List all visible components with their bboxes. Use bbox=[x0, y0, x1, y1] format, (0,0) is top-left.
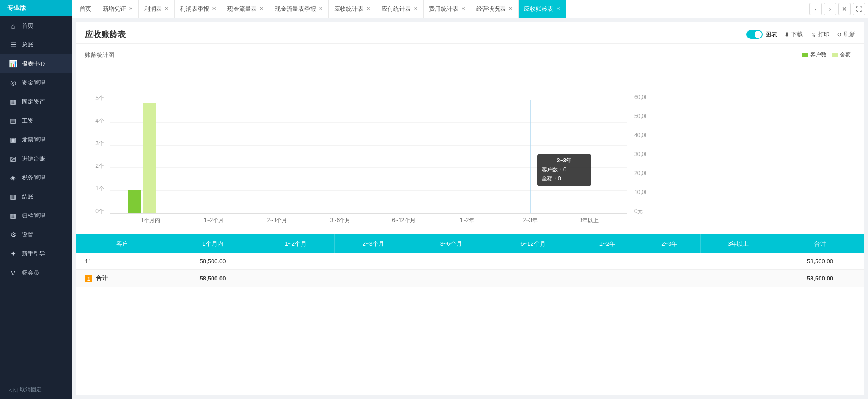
sidebar-label-guide: 新手引导 bbox=[22, 250, 45, 258]
cell-customer: 11 bbox=[76, 253, 169, 270]
home-icon: ⌂ bbox=[9, 22, 17, 30]
refresh-icon: ↻ bbox=[837, 31, 842, 38]
chart-toggle-label: 图表 bbox=[765, 30, 777, 38]
sidebar-item-report[interactable]: 📊 报表中心 bbox=[0, 54, 72, 73]
tab-receivable-stat[interactable]: 应收统计表 ✕ bbox=[329, 0, 376, 18]
svg-text:3~6个月: 3~6个月 bbox=[330, 217, 350, 223]
sidebar-item-guide[interactable]: ✦ 新手引导 bbox=[0, 244, 72, 263]
tab-aging-close[interactable]: ✕ bbox=[556, 6, 560, 12]
tab-business-status[interactable]: 经营状况表 ✕ bbox=[471, 0, 519, 18]
svg-text:3年以上: 3年以上 bbox=[580, 217, 599, 223]
tab-cashflow-quarter[interactable]: 现金流量表季报 ✕ bbox=[269, 0, 329, 18]
sidebar-item-ledger[interactable]: ☰ 总账 bbox=[0, 35, 72, 54]
refresh-label: 刷新 bbox=[844, 30, 855, 38]
sidebar-item-asset[interactable]: ▦ 固定资产 bbox=[0, 92, 72, 111]
sidebar-item-settle[interactable]: ▥ 结账 bbox=[0, 187, 72, 206]
tab-expense-stat-label: 费用统计表 bbox=[429, 5, 458, 13]
total-label: ∑ 合计 bbox=[76, 270, 169, 287]
tab-home[interactable]: 首页 bbox=[74, 0, 97, 18]
total-row: ∑ 合计 58,500.00 58,500.00 bbox=[76, 270, 864, 287]
col-3m: 2~3个月 bbox=[335, 234, 412, 253]
tab-profit-quarter-label: 利润表季报 bbox=[180, 5, 209, 13]
total-1m: 58,500.00 bbox=[169, 270, 257, 287]
sidebar-item-tax[interactable]: ◈ 税务管理 bbox=[0, 168, 72, 187]
settings-icon: ⚙ bbox=[9, 231, 17, 239]
tab-cashflow-close[interactable]: ✕ bbox=[259, 6, 264, 12]
sidebar: 专业版 ⌂ 首页 ☰ 总账 📊 报表中心 ◎ 资金管理 ▦ 固定资产 ▤ 工资 … bbox=[0, 0, 72, 399]
sidebar-label-ledger: 总账 bbox=[22, 41, 33, 49]
chart-legend: 客户数 金额 bbox=[802, 51, 851, 59]
svg-text:4个: 4个 bbox=[95, 118, 104, 124]
download-icon: ⬇ bbox=[784, 31, 789, 38]
chart-svg: 0个 1个 2个 3个 4个 5个 0元 10,000.00元 20,000.0… bbox=[85, 64, 646, 227]
tab-expand-button[interactable]: ⛶ bbox=[853, 3, 865, 15]
table-wrapper: 客户 1个月内 1~2个月 2~3个月 3~6个月 6~12个月 1~2年 2~… bbox=[76, 234, 864, 287]
chart-area: 账龄统计图 客户数 金额 0个 1个 2个 3个 4个 bbox=[76, 44, 864, 234]
svg-text:2个: 2个 bbox=[95, 163, 104, 169]
tab-expense-stat-close[interactable]: ✕ bbox=[461, 6, 465, 12]
legend-amount-dot bbox=[832, 53, 838, 57]
download-label: 下载 bbox=[791, 30, 803, 38]
report-icon: 📊 bbox=[9, 60, 17, 68]
tab-next-button[interactable]: › bbox=[824, 3, 836, 15]
sidebar-item-fund[interactable]: ◎ 资金管理 bbox=[0, 73, 72, 92]
sidebar-item-home[interactable]: ⌂ 首页 bbox=[0, 16, 72, 35]
tab-profit-quarter-close[interactable]: ✕ bbox=[212, 6, 216, 12]
tab-cashflow[interactable]: 现金流量表 ✕ bbox=[222, 0, 269, 18]
svg-text:20,000.00元: 20,000.00元 bbox=[634, 170, 646, 176]
tab-payable-stat-close[interactable]: ✕ bbox=[414, 6, 418, 12]
svg-text:1~2个月: 1~2个月 bbox=[204, 217, 224, 223]
refresh-button[interactable]: ↻ 刷新 bbox=[837, 30, 855, 38]
tab-expense-stat[interactable]: 费用统计表 ✕ bbox=[424, 0, 471, 18]
tab-aging[interactable]: 应收账龄表 ✕ bbox=[519, 0, 566, 18]
svg-text:1个: 1个 bbox=[95, 185, 104, 192]
tab-profit-quarter[interactable]: 利润表季报 ✕ bbox=[175, 0, 222, 18]
chart-title: 账龄统计图 bbox=[85, 51, 855, 59]
app-logo: 专业版 bbox=[0, 0, 72, 16]
tab-receivable-stat-close[interactable]: ✕ bbox=[366, 6, 370, 12]
total-12m bbox=[490, 270, 576, 287]
print-button[interactable]: 🖨 打印 bbox=[810, 30, 830, 38]
tab-payable-stat[interactable]: 应付统计表 ✕ bbox=[376, 0, 424, 18]
sidebar-item-archive[interactable]: ▦ 归档管理 bbox=[0, 206, 72, 225]
tab-voucher[interactable]: 新增凭证 ✕ bbox=[97, 0, 139, 18]
sidebar-item-salary[interactable]: ▤ 工资 bbox=[0, 111, 72, 130]
tab-prev-button[interactable]: ‹ bbox=[809, 3, 822, 15]
total-icon: ∑ bbox=[85, 275, 92, 282]
svg-text:30,000.00元: 30,000.00元 bbox=[634, 151, 646, 157]
sidebar-item-invoice[interactable]: ▣ 发票管理 bbox=[0, 130, 72, 149]
ledger-icon: ☰ bbox=[9, 41, 17, 49]
sidebar-item-purchase[interactable]: ▨ 进销台账 bbox=[0, 149, 72, 168]
pin-label: 取消固定 bbox=[20, 386, 42, 394]
sidebar-label-invoice: 发票管理 bbox=[22, 136, 45, 144]
legend-customer-count: 客户数 bbox=[802, 51, 826, 59]
download-button[interactable]: ⬇ 下载 bbox=[784, 30, 803, 38]
tab-business-status-close[interactable]: ✕ bbox=[509, 6, 513, 12]
tab-voucher-close[interactable]: ✕ bbox=[129, 6, 133, 12]
tab-profit-close[interactable]: ✕ bbox=[165, 6, 169, 12]
svg-text:2~3年: 2~3年 bbox=[523, 217, 538, 223]
cell-2m bbox=[257, 253, 335, 270]
legend-customer-label: 客户数 bbox=[810, 51, 826, 59]
fund-icon: ◎ bbox=[9, 79, 17, 87]
page-title: 应收账龄表 bbox=[85, 29, 746, 40]
col-6m: 3~6个月 bbox=[412, 234, 490, 253]
sidebar-item-settings[interactable]: ⚙ 设置 bbox=[0, 225, 72, 244]
col-customer: 客户 bbox=[76, 234, 169, 253]
sidebar-label-tax: 税务管理 bbox=[22, 174, 45, 182]
tab-profit[interactable]: 利润表 ✕ bbox=[139, 0, 175, 18]
chart-toggle[interactable] bbox=[746, 30, 763, 39]
tab-cashflow-quarter-close[interactable]: ✕ bbox=[319, 6, 323, 12]
member-icon: V bbox=[9, 269, 17, 277]
sidebar-item-member[interactable]: V 畅会员 bbox=[0, 263, 72, 282]
bar-1m-count bbox=[128, 190, 141, 213]
cell-3yplus bbox=[700, 253, 776, 270]
invoice-icon: ▣ bbox=[9, 136, 17, 144]
tab-aging-label: 应收账龄表 bbox=[524, 5, 553, 13]
svg-text:6~12个月: 6~12个月 bbox=[392, 217, 415, 223]
tab-voucher-label: 新增凭证 bbox=[103, 5, 126, 13]
col-3yplus: 3年以上 bbox=[700, 234, 776, 253]
pin-toggle[interactable]: ◁◁ 取消固定 bbox=[0, 380, 72, 399]
total-3y bbox=[638, 270, 700, 287]
tab-close-all-button[interactable]: ✕ bbox=[838, 3, 851, 15]
